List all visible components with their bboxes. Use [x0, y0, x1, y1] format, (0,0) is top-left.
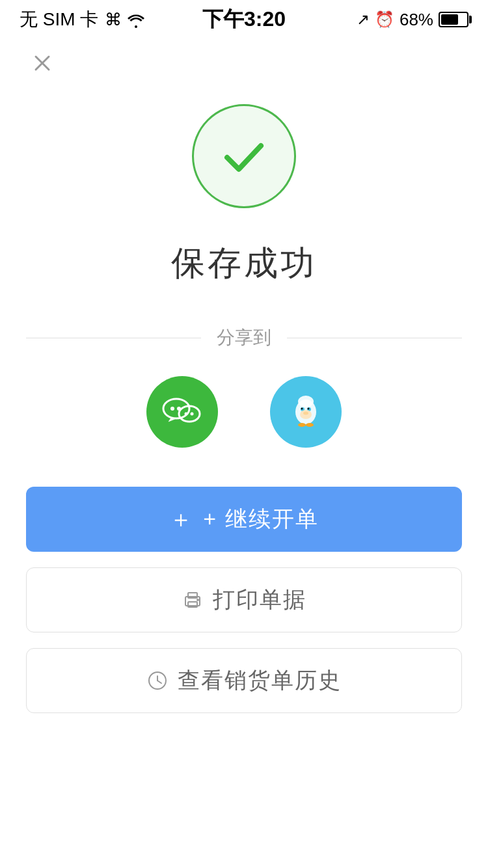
battery-percent: 68% [400, 10, 433, 30]
share-label: 分享到 [201, 325, 287, 350]
svg-point-5 [177, 407, 181, 411]
divider-left [26, 338, 201, 338]
sim-label: 无 SIM 卡 [20, 7, 98, 32]
svg-point-21 [197, 599, 199, 601]
qq-icon [285, 391, 327, 433]
check-icon [218, 130, 270, 182]
location-icon: ↗ [357, 10, 370, 29]
svg-line-24 [157, 681, 161, 683]
action-buttons: ＋ + 继续开单 打印单据 [0, 487, 488, 713]
battery-icon [439, 12, 468, 27]
continue-label: + 继续开单 [203, 504, 318, 534]
success-circle [192, 104, 296, 208]
print-icon [182, 589, 204, 611]
svg-point-16 [298, 423, 306, 427]
print-button[interactable]: 打印单据 [26, 567, 462, 632]
close-button[interactable] [26, 47, 59, 79]
status-left: 无 SIM 卡 ⌘ [20, 7, 145, 32]
clock-icon [146, 670, 169, 692]
plus-icon: ＋ [169, 504, 194, 536]
svg-point-6 [185, 413, 188, 416]
status-bar: 无 SIM 卡 ⌘ 下午3:20 ↗ ⏰ 68% [0, 0, 488, 39]
share-icons [146, 376, 342, 448]
svg-point-4 [170, 407, 174, 411]
history-button[interactable]: 查看销货单历史 [26, 648, 462, 713]
wifi-icon: ⌘ [105, 10, 144, 30]
status-right: ↗ ⏰ 68% [357, 10, 468, 30]
divider-right [287, 338, 462, 338]
alarm-icon: ⏰ [375, 10, 394, 29]
svg-point-15 [300, 410, 312, 419]
share-section: 分享到 [0, 325, 488, 448]
share-divider: 分享到 [0, 325, 488, 350]
svg-point-7 [191, 413, 194, 416]
qq-share-button[interactable] [270, 376, 342, 448]
status-time: 下午3:20 [202, 5, 286, 34]
wechat-icon [159, 389, 205, 435]
svg-point-2 [163, 399, 189, 418]
continue-button[interactable]: ＋ + 继续开单 [26, 487, 462, 552]
svg-point-17 [306, 423, 314, 427]
svg-point-11 [301, 407, 303, 409]
close-icon [31, 51, 54, 75]
history-label: 查看销货单历史 [178, 666, 342, 696]
svg-point-14 [298, 396, 314, 407]
success-title: 保存成功 [171, 241, 317, 286]
main-content: 保存成功 分享到 [0, 39, 488, 713]
wechat-share-button[interactable] [146, 376, 218, 448]
print-label: 打印单据 [213, 585, 306, 615]
svg-point-12 [307, 407, 309, 409]
